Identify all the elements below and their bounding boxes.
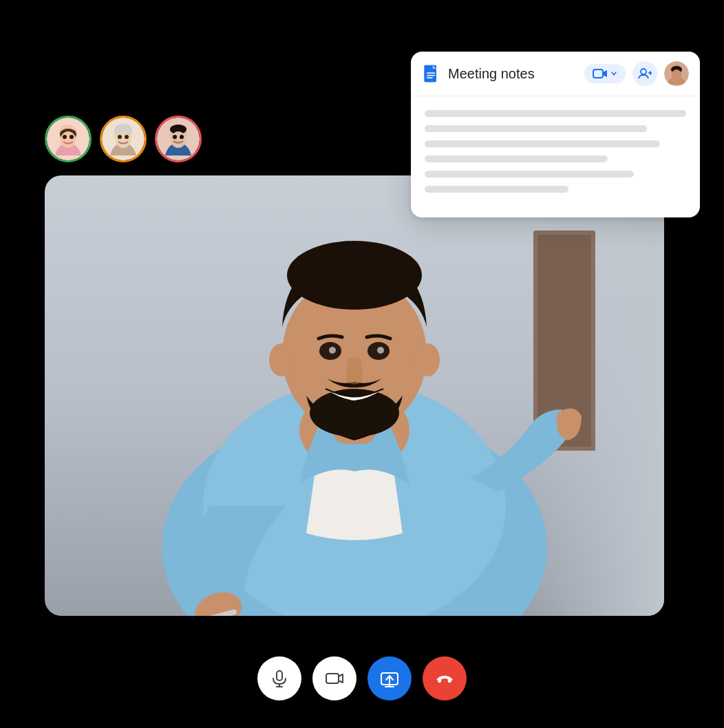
- svg-point-12: [377, 347, 384, 354]
- notes-content: [411, 96, 700, 217]
- text-line-2: [425, 125, 647, 132]
- meet-video-button[interactable]: [584, 64, 626, 83]
- svg-point-45: [672, 69, 681, 81]
- text-line-6: [425, 186, 568, 193]
- microphone-button[interactable]: [257, 656, 301, 700]
- person1-face-icon: [47, 118, 89, 160]
- participant-avatar-1[interactable]: [45, 116, 92, 162]
- participant-avatar-2[interactable]: [100, 116, 147, 162]
- svg-point-26: [125, 135, 129, 139]
- svg-point-24: [116, 131, 131, 148]
- svg-rect-49: [326, 674, 339, 683]
- avatar-image-2: [102, 118, 145, 160]
- share-screen-icon: [380, 669, 399, 688]
- camera-button[interactable]: [312, 656, 356, 700]
- svg-point-14: [415, 343, 440, 376]
- svg-point-39: [641, 69, 646, 74]
- notes-title: Meeting notes: [448, 66, 577, 82]
- svg-point-31: [173, 135, 177, 139]
- end-call-icon: [435, 669, 454, 688]
- video-container: [45, 175, 664, 616]
- text-line-3: [425, 140, 660, 147]
- svg-rect-36: [427, 75, 435, 76]
- avatar-image-3: [157, 118, 200, 160]
- controls-bar: [257, 656, 467, 700]
- user-avatar[interactable]: [664, 61, 689, 86]
- person-add-icon: [638, 67, 652, 81]
- person3-face-icon: [157, 118, 200, 160]
- participants-row: [45, 116, 202, 162]
- add-person-button[interactable]: [632, 61, 657, 86]
- participant-avatar-3[interactable]: [155, 116, 202, 162]
- chevron-down-icon: [610, 70, 617, 77]
- current-user-avatar: [664, 61, 689, 86]
- share-screen-button[interactable]: [368, 656, 412, 700]
- text-line-5: [425, 171, 634, 178]
- svg-point-7: [287, 241, 422, 310]
- person-figure: [114, 175, 595, 616]
- video-feed: [45, 175, 664, 616]
- svg-rect-35: [427, 72, 435, 74]
- svg-point-20: [70, 135, 74, 139]
- svg-point-30: [171, 131, 186, 148]
- camera-icon: [325, 669, 344, 688]
- person2-face-icon: [102, 118, 145, 160]
- svg-point-19: [63, 135, 67, 139]
- svg-rect-46: [277, 671, 282, 681]
- text-line-1: [425, 110, 686, 117]
- hangup-button[interactable]: [423, 656, 467, 700]
- mic-icon: [270, 669, 289, 688]
- text-line-4: [425, 156, 608, 162]
- notes-header: Meeting notes: [411, 52, 700, 96]
- svg-rect-38: [593, 69, 603, 78]
- video-camera-icon: [593, 68, 608, 79]
- google-docs-icon: [422, 64, 441, 83]
- meeting-notes-panel: Meeting notes: [411, 52, 700, 217]
- svg-point-18: [61, 131, 76, 148]
- svg-point-11: [329, 347, 336, 354]
- scene: Meeting notes: [0, 0, 724, 728]
- svg-rect-37: [427, 77, 433, 78]
- svg-point-32: [180, 135, 184, 139]
- svg-point-13: [269, 343, 294, 376]
- svg-point-25: [118, 135, 122, 139]
- avatar-image-1: [47, 118, 89, 160]
